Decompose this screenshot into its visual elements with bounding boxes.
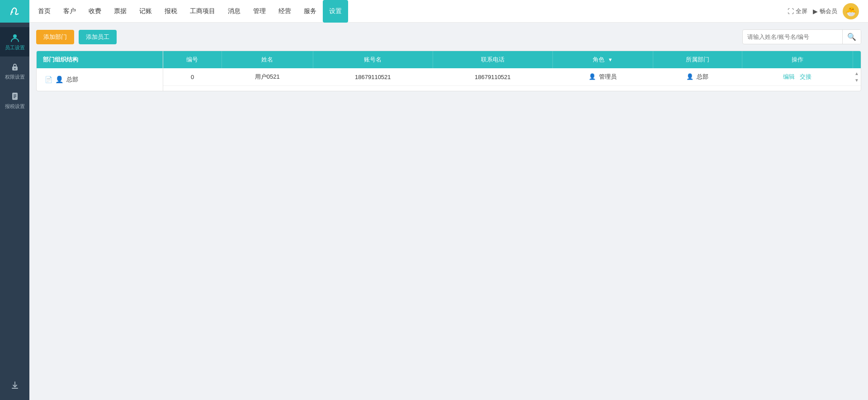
nav-customer[interactable]: 客户 [57,0,82,23]
nav-business[interactable]: 工商项目 [184,0,222,23]
sidebar-label-employee: 员工设置 [5,44,25,51]
nav-service[interactable]: 服务 [297,0,323,23]
add-dept-button[interactable]: 添加部门 [36,30,74,44]
emp-table: 编号 姓名 账号名 联系电话 角 [163,51,861,86]
fullscreen-btn[interactable]: ⛶ 全屏 [788,7,807,15]
cell-action: 编辑 交接 [742,68,853,86]
transfer-link[interactable]: 交接 [800,73,811,80]
cell-id: 0 [163,68,222,86]
nav-settings[interactable]: 设置 [323,0,348,23]
sidebar-label-tax: 报税设置 [5,103,25,110]
search-icon: 🔍 [847,33,856,41]
dept-user-icon: 👤 [55,75,64,84]
avatar[interactable]: 🐣 [843,3,859,19]
scroll-cell: ▲ ▼ [853,68,861,86]
vip-label: 畅会员 [820,7,837,15]
sidebar-label-permissions: 权限设置 [5,74,25,80]
col-name: 姓名 [222,51,313,68]
panel-layout: 部门组织结构 📄 👤 总部 编号 [36,51,861,91]
nav-operation[interactable]: 经营 [272,0,297,23]
cell-account: 18679110521 [313,68,433,86]
sidebar-item-permissions[interactable]: 权限设置 [0,56,29,86]
file-icon: 📄 [45,76,52,83]
report-icon [10,91,20,101]
dept-user-icon-cell: 👤 [686,73,693,80]
fullscreen-icon: ⛶ [788,8,794,15]
nav-fee[interactable]: 收费 [82,0,108,23]
sidebar-item-employee[interactable]: 员工设置 [0,27,29,56]
svg-point-4 [14,68,15,70]
col-dept: 所属部门 [653,51,742,68]
nav-tax[interactable]: 报税 [158,0,184,23]
col-scroll [853,51,861,68]
role-filter-icon: ▼ [608,57,613,62]
emp-table-area: 编号 姓名 账号名 联系电话 角 [163,51,861,91]
sidebar: 员工设置 权限设置 报税设置 [0,23,29,400]
sidebar-item-download[interactable] [10,375,20,395]
logo [0,0,29,23]
toolbar: 添加部门 添加员工 🔍 [36,29,861,44]
dept-tree: 部门组织结构 📄 👤 总部 [37,51,163,91]
cell-name: 用户0521 [222,68,313,86]
add-emp-button[interactable]: 添加员工 [79,30,117,44]
col-id: 编号 [163,51,222,68]
vip-btn[interactable]: ▶ 畅会员 [813,7,837,15]
col-role[interactable]: 角色 ▼ [552,51,653,68]
sidebar-item-tax-settings[interactable]: 报税设置 [0,86,29,115]
col-phone: 联系电话 [433,51,552,68]
edit-link[interactable]: 编辑 [783,73,795,80]
search-button[interactable]: 🔍 [842,30,861,44]
svg-point-2 [13,34,17,38]
cell-dept: 👤 总部 [653,68,742,86]
content-area: 添加部门 添加员工 🔍 部门组织结构 📄 👤 总部 [29,23,868,400]
nav-message[interactable]: 消息 [222,0,247,23]
search-input[interactable] [743,31,842,43]
sidebar-bottom [10,375,20,400]
role-user-icon: 👤 [589,73,596,80]
search-box: 🔍 [742,29,861,44]
svg-point-0 [7,4,22,19]
dept-tree-item-root[interactable]: 📄 👤 总部 [41,73,158,86]
scroll-down-btn[interactable]: ▼ [853,77,861,84]
nav-bill[interactable]: 票据 [108,0,133,23]
nav-items: 首页 客户 收费 票据 记账 报税 工商项目 消息 管理 经营 服务 设置 [29,0,788,22]
cell-phone: 18679110521 [433,68,552,86]
table-row: 0 用户0521 18679110521 18679110521 👤 管理员 👤… [163,68,861,86]
dept-tree-header: 部门组织结构 [37,51,163,68]
lock-icon [10,62,20,72]
nav-manage[interactable]: 管理 [247,0,272,23]
col-account: 账号名 [313,51,433,68]
nav-home[interactable]: 首页 [32,0,57,23]
svg-point-1 [11,11,13,13]
scroll-up-btn[interactable]: ▲ [853,70,861,77]
col-action: 操作 [742,51,853,68]
person-icon [10,33,20,42]
nav-right: ⛶ 全屏 ▶ 畅会员 🐣 [788,3,863,19]
fullscreen-label: 全屏 [796,7,807,15]
nav-account[interactable]: 记账 [133,0,158,23]
dept-root-name: 总部 [66,75,78,84]
download-icon [10,380,20,390]
vip-icon: ▶ [813,8,818,15]
cell-role: 👤 管理员 [552,68,653,86]
dept-tree-body: 📄 👤 总部 [37,68,163,91]
